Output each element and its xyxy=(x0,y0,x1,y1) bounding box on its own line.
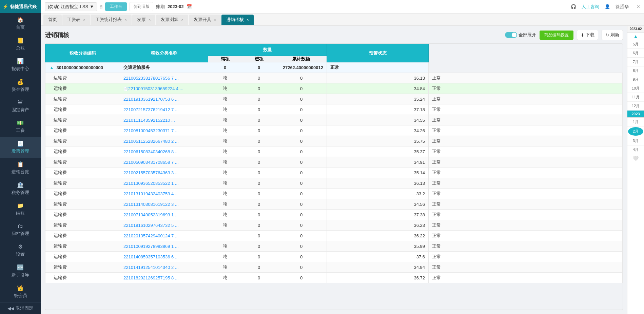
tab-sales-check[interactable]: 进销稽核 × xyxy=(221,15,253,25)
tab-invoice[interactable]: 发票 × xyxy=(132,15,155,25)
close-button[interactable]: × xyxy=(637,4,640,10)
toggle-switch-control[interactable] xyxy=(505,32,517,38)
table-row[interactable]: 运输费 2210201357429400124 7 ... 0 0 36.22 … xyxy=(45,231,623,241)
invoice-code-cell[interactable]: 2210100919278983869 1 ... xyxy=(120,241,208,252)
switch-version-button[interactable]: 切到旧版 xyxy=(130,2,153,11)
sidebar-item-tax[interactable]: 🏦 税务管理 xyxy=(0,178,41,199)
sidebar-item-assets[interactable]: 🏛 固定资产 xyxy=(0,96,41,116)
sidebar-item-home[interactable]: 🏠 首页 xyxy=(0,13,41,34)
workspace-button[interactable]: 工作台 xyxy=(105,2,127,11)
download-button[interactable]: ⬇ 下载 xyxy=(577,30,598,40)
table-row[interactable]: 运输费 2210061508340340268 8 ... 吨 0 0 35.3… xyxy=(45,146,623,157)
cal-month-11[interactable]: 11月 xyxy=(627,93,644,102)
cal-month-2[interactable]: 2月 xyxy=(628,127,643,136)
sidebar-pin-toggle[interactable]: ◀◀ 取消固定 xyxy=(0,302,41,314)
table-row[interactable]: 运输费 2210072157376219412 7 ... 吨 0 0 37.1… xyxy=(45,104,623,115)
sidebar-item-invoice-mgmt[interactable]: 🧾 发票管理 xyxy=(0,137,41,158)
collapse-icon[interactable]: ▲ xyxy=(50,65,54,70)
table-row[interactable]: 运输费 2210182021269257195 8 ... 吨 0 0 36.7… xyxy=(45,273,623,283)
cal-month-6[interactable]: 6月 xyxy=(627,49,644,58)
sidebar-item-guide[interactable]: 🆕 新手引导 xyxy=(0,261,41,281)
data-table-wrapper[interactable]: 税收分类编码 税收分类名称 数量 预警状态 销项 进项 累计数额 xyxy=(45,43,623,310)
cal-month-4[interactable]: 4月 xyxy=(627,145,644,154)
table-row[interactable]: 运输费 2210071349052319693 1 ... 吨 0 0 37.3… xyxy=(45,210,623,220)
invoice-code-cell[interactable]: 📄2210091503139659224 4 ... xyxy=(120,83,208,94)
table-row[interactable]: 运输费 2210100919278983869 1 ... 吨 0 0 35.9… xyxy=(45,241,623,252)
support-label[interactable]: 人工咨询 xyxy=(582,4,599,10)
product-code-settings-button[interactable]: 商品编码设置 xyxy=(540,31,573,40)
tab-salary-close[interactable]: × xyxy=(83,18,85,22)
invoice-code-cell[interactable]: 2210140859357103536 6 ... xyxy=(120,252,208,262)
sidebar-item-finance[interactable]: 💰 资金管理 xyxy=(0,75,41,96)
invoice-code-cell[interactable]: 2210061508340340268 8 ... xyxy=(120,146,208,157)
cal-month-7[interactable]: 7月 xyxy=(627,58,644,66)
refresh-button[interactable]: ↻ 刷新 xyxy=(602,30,623,40)
table-row[interactable]: 运输费 2210130936520853522 1 ... 吨 0 0 36.1… xyxy=(45,178,623,189)
tab-salary-report-close[interactable]: × xyxy=(124,18,126,22)
invoice-code-cell[interactable]: 2210130936520853522 1 ... xyxy=(120,178,208,189)
sidebar-item-member[interactable]: 👑 畅会员 xyxy=(0,281,41,302)
cal-month-10[interactable]: 10月 xyxy=(627,84,644,93)
sidebar-item-close[interactable]: 📁 结账 xyxy=(0,199,41,220)
tab-invoice-close[interactable]: × xyxy=(149,18,151,22)
invoice-code-cell[interactable]: 2210191610297643732 5 ... xyxy=(120,220,208,231)
cal-month-8[interactable]: 8月 xyxy=(627,66,644,75)
cal-month-9[interactable]: 9月 xyxy=(627,75,644,84)
invoice-code-cell[interactable]: 2210072157376219412 7 ... xyxy=(120,104,208,115)
tab-invoice-issue[interactable]: 发票开具 × xyxy=(189,15,221,25)
sidebar-item-ledger[interactable]: 📒 总账 xyxy=(0,34,41,55)
invoice-code-cell[interactable]: 2210021557035764363 3 ... xyxy=(120,168,208,178)
cal-month-5[interactable]: 5月 xyxy=(627,40,644,49)
company-selector[interactable]: (勿动) 江西报宝-LSS ▼ xyxy=(45,2,97,11)
tab-salary[interactable]: 工资表 × xyxy=(62,15,90,25)
invoice-code-cell[interactable]: 2210201357429400124 7 ... xyxy=(120,231,208,241)
cal-month-12[interactable]: 12月 xyxy=(627,102,644,111)
calendar-icon[interactable]: 📅 xyxy=(187,4,192,9)
table-row[interactable]: ▲ 3010000000000000000 交通运输服务 0 0 27262.4… xyxy=(45,62,623,73)
invoice-code-cell[interactable]: 2210191036192170753 6 ... xyxy=(120,94,208,104)
invoice-code-cell[interactable]: 2210052338178017656 7 ... xyxy=(120,73,208,83)
sidebar-item-archive[interactable]: 🗂 归档管理 xyxy=(0,220,41,240)
sidebar-item-label: 新手引导 xyxy=(12,272,29,278)
invoice-code-cell[interactable]: 2210131403081619122 3 ... xyxy=(120,199,208,210)
invoice-code-cell[interactable]: 2210131019432403759 4 ... xyxy=(120,189,208,199)
sidebar-item-sales-ledger[interactable]: 📋 进销台账 xyxy=(0,158,41,178)
tab-invoice-calc-close[interactable]: × xyxy=(181,18,183,22)
table-row[interactable]: 运输费 2210050903431708658 7 ... 吨 0 0 34.9… xyxy=(45,157,623,168)
table-row[interactable]: 运输费 2210141912541014340 2 ... 吨 0 0 34.9… xyxy=(45,262,623,273)
table-row[interactable]: 运输费 2210081009453230371 7 ... 吨 0 0 34.2… xyxy=(45,125,623,136)
table-row[interactable]: 运输费 2210111143592152210 ... 吨 0 0 34.55 … xyxy=(45,115,623,125)
status-cell: 正常 xyxy=(429,189,623,199)
calendar-up-button[interactable]: ▲ xyxy=(627,33,644,40)
invoice-code-cell[interactable]: 2210111143592152210 ... xyxy=(120,115,208,125)
sidebar-item-salary[interactable]: 💵 工资 xyxy=(0,116,41,137)
tab-sales-check-close[interactable]: × xyxy=(247,18,249,22)
cal-month-1[interactable]: 1月 xyxy=(627,118,644,126)
invoice-code-cell[interactable]: 2210081009453230371 7 ... xyxy=(120,125,208,136)
table-row[interactable]: 运输费 📄2210091503139659224 4 ... 吨 0 0 34.… xyxy=(45,83,623,94)
expand-toggle[interactable]: 全部展开 xyxy=(505,32,536,38)
table-row[interactable]: 运输费 2210131403081619122 3 ... 吨 0 0 34.5… xyxy=(45,199,623,210)
invoice-code-cell[interactable]: 2210050903431708658 7 ... xyxy=(120,157,208,168)
invoice-code-cell[interactable]: 2210071349052319693 1 ... xyxy=(120,210,208,220)
table-row[interactable]: 运输费 2210021557035764363 3 ... 吨 0 0 35.1… xyxy=(45,168,623,178)
invoice-code-cell[interactable]: 2210141912541014340 2 ... xyxy=(120,262,208,273)
sidebar-item-settings[interactable]: ⚙ 设置 xyxy=(0,240,41,261)
tab-invoice-calc[interactable]: 发票测算 × xyxy=(156,15,188,25)
tab-salary-report[interactable]: 工资统计报表 × xyxy=(91,15,131,25)
table-row[interactable]: 运输费 2210140859357103536 6 ... 吨 0 0 37.6… xyxy=(45,252,623,262)
sidebar-item-reports[interactable]: 📊 报表中心 xyxy=(0,55,41,75)
table-row[interactable]: 运输费 2210131019432403759 4 ... 吨 0 0 33.2… xyxy=(45,189,623,199)
copy-icon[interactable]: ⎘ xyxy=(100,4,102,9)
tab-home[interactable]: 首页 xyxy=(43,15,62,25)
table-row[interactable]: 运输费 2210051125282667480 2 ... 吨 0 0 35.7… xyxy=(45,136,623,146)
table-row[interactable]: 运输费 2210052338178017656 7 ... 吨 0 0 36.1… xyxy=(45,73,623,83)
cal-month-3[interactable]: 3月 xyxy=(627,137,644,145)
invoice-code-cell[interactable]: 2210182021269257195 8 ... xyxy=(120,273,208,283)
favorite-icon[interactable]: 🤍 xyxy=(627,154,644,162)
invoice-code-cell[interactable]: 2210051125282667480 2 ... xyxy=(120,136,208,146)
table-row[interactable]: 运输费 2210191036192170753 6 ... 吨 0 0 35.2… xyxy=(45,94,623,104)
table-row[interactable]: 运输费 2210191610297643732 5 ... 吨 0 0 36.2… xyxy=(45,220,623,231)
sales-cell: 0 xyxy=(242,178,276,189)
tab-invoice-issue-close[interactable]: × xyxy=(214,18,216,22)
